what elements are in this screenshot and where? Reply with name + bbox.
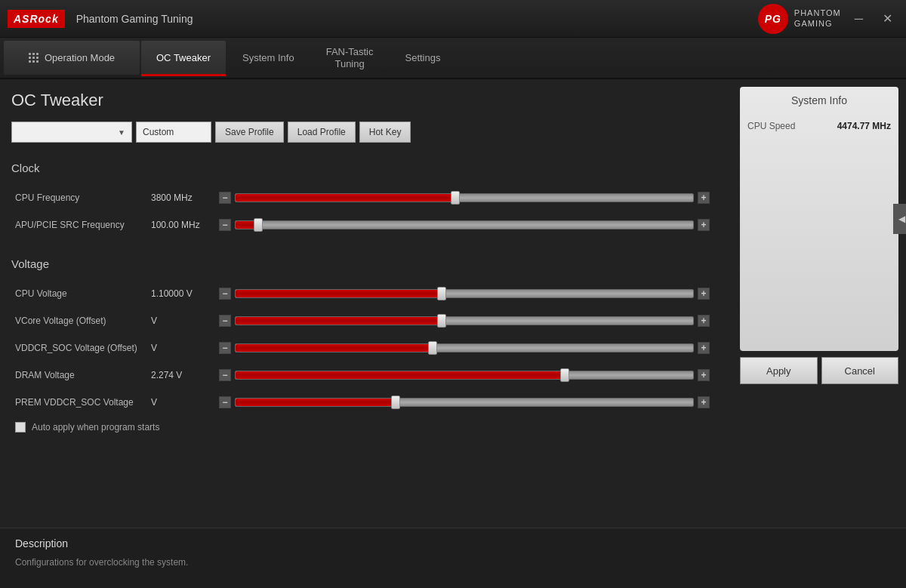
title-bar-left: ASRock Phantom Gaming Tuning bbox=[8, 10, 193, 28]
table-row: CPU Frequency 3800 MHz − + bbox=[11, 184, 713, 211]
table-row: VDDCR_SOC Voltage (Offset) V − + bbox=[11, 334, 713, 362]
table-row: CPU Voltage 1.10000 V − + bbox=[11, 280, 713, 307]
toolbar: ▼ Custom Save Profile Load Profile Hot K… bbox=[11, 122, 729, 143]
tab-settings[interactable]: Settings bbox=[390, 41, 456, 75]
profile-select[interactable]: ▼ bbox=[11, 122, 132, 143]
cpu-voltage-label: CPU Voltage bbox=[15, 288, 151, 299]
sliders-container: Clock CPU Frequency 3800 MHz − + bbox=[11, 154, 729, 528]
apu-frequency-thumb[interactable] bbox=[254, 218, 263, 232]
prem-vddcr-thumb[interactable] bbox=[391, 396, 400, 409]
tab-oc-tweaker[interactable]: OC Tweaker bbox=[141, 41, 226, 75]
custom-profile-name: Custom bbox=[136, 122, 211, 143]
dram-voltage-track[interactable] bbox=[235, 371, 694, 380]
table-row: APU/PCIE SRC Frequency 100.00 MHz − + bbox=[11, 211, 713, 239]
load-profile-button[interactable]: Load Profile bbox=[288, 122, 356, 143]
cpu-speed-value: 4474.77 MHz bbox=[837, 121, 891, 131]
vcore-control: − + bbox=[219, 315, 710, 327]
cancel-button[interactable]: Cancel bbox=[821, 357, 899, 384]
sidebar-item-operation-mode[interactable]: Operation Mode bbox=[4, 41, 140, 75]
clock-section-header: Clock bbox=[11, 162, 713, 178]
vcore-value: V bbox=[151, 316, 219, 326]
voltage-section-header: Voltage bbox=[11, 257, 713, 274]
cpu-frequency-thumb[interactable] bbox=[451, 191, 460, 205]
auto-apply-checkbox[interactable] bbox=[15, 422, 26, 433]
system-info-title: System Info bbox=[747, 94, 891, 106]
cpu-voltage-control: − + bbox=[219, 288, 710, 300]
tab-system-info[interactable]: System Info bbox=[227, 41, 310, 75]
cpu-voltage-track[interactable] bbox=[235, 289, 694, 298]
description-title: Description bbox=[15, 537, 891, 550]
apu-frequency-track[interactable] bbox=[235, 220, 694, 229]
vddcr-soc-thumb[interactable] bbox=[428, 341, 437, 355]
cpu-voltage-minus[interactable]: − bbox=[219, 288, 231, 300]
cpu-frequency-label: CPU Frequency bbox=[15, 192, 151, 203]
tab-fan-tastic[interactable]: FAN-TasticTuning bbox=[311, 41, 389, 75]
cpu-frequency-minus[interactable]: − bbox=[219, 192, 231, 204]
action-buttons: Apply Cancel bbox=[740, 351, 898, 390]
table-row: PREM VDDCR_SOC Voltage V − + bbox=[11, 389, 713, 416]
cpu-frequency-plus[interactable]: + bbox=[698, 192, 710, 204]
table-row: DRAM Voltage 2.274 V − + bbox=[11, 362, 713, 389]
table-row: VCore Voltage (Offset) V − + bbox=[11, 307, 713, 334]
dram-voltage-control: − + bbox=[219, 369, 710, 381]
cpu-voltage-fill bbox=[236, 290, 442, 297]
apu-frequency-control: − + bbox=[219, 219, 710, 231]
settings-label: Settings bbox=[405, 52, 441, 63]
dram-voltage-minus[interactable]: − bbox=[219, 369, 231, 381]
main-content: OC Tweaker ▼ Custom Save Profile Load Pr… bbox=[0, 79, 906, 588]
app-title: Phantom Gaming Tuning bbox=[76, 13, 193, 25]
grid-icon bbox=[29, 53, 39, 63]
prem-vddcr-plus[interactable]: + bbox=[698, 396, 710, 408]
system-info-label: System Info bbox=[242, 52, 294, 63]
nav-bar: Operation Mode OC Tweaker System Info FA… bbox=[0, 38, 906, 79]
dram-voltage-plus[interactable]: + bbox=[698, 369, 710, 381]
vddcr-soc-track[interactable] bbox=[235, 343, 694, 352]
apu-frequency-minus[interactable]: − bbox=[219, 219, 231, 231]
vddcr-soc-label: VDDCR_SOC Voltage (Offset) bbox=[15, 343, 151, 353]
cpu-voltage-plus[interactable]: + bbox=[698, 288, 710, 300]
fan-tastic-label: FAN-TasticTuning bbox=[326, 46, 374, 69]
right-panel: System Info CPU Speed 4474.77 MHz ◀ Appl… bbox=[740, 79, 906, 528]
prem-vddcr-value: V bbox=[151, 397, 219, 408]
vddcr-soc-control: − + bbox=[219, 342, 710, 354]
vcore-thumb[interactable] bbox=[437, 314, 446, 328]
system-info-cpu-speed-row: CPU Speed 4474.77 MHz bbox=[747, 118, 891, 134]
cpu-frequency-fill bbox=[236, 194, 455, 202]
cpu-frequency-track[interactable] bbox=[235, 193, 694, 202]
pg-brand-line1: PHANTOM bbox=[794, 8, 841, 18]
collapse-button[interactable]: ◀ bbox=[893, 204, 906, 234]
vcore-plus[interactable]: + bbox=[698, 315, 710, 327]
dram-voltage-fill bbox=[236, 371, 565, 379]
vcore-label: VCore Voltage (Offset) bbox=[15, 316, 151, 326]
vddcr-soc-fill bbox=[236, 344, 433, 352]
content-area: OC Tweaker ▼ Custom Save Profile Load Pr… bbox=[0, 79, 906, 528]
pg-brand: PHANTOM GAMING bbox=[794, 8, 841, 28]
prem-vddcr-label: PREM VDDCR_SOC Voltage bbox=[15, 397, 151, 408]
dram-voltage-thumb[interactable] bbox=[560, 368, 569, 382]
hot-key-button[interactable]: Hot Key bbox=[359, 122, 411, 143]
apply-button[interactable]: Apply bbox=[740, 357, 818, 384]
sliders-scroll[interactable]: Clock CPU Frequency 3800 MHz − + bbox=[11, 154, 729, 528]
cpu-speed-key: CPU Speed bbox=[747, 121, 795, 131]
cpu-voltage-thumb[interactable] bbox=[437, 287, 446, 300]
vcore-minus[interactable]: − bbox=[219, 315, 231, 327]
save-profile-button[interactable]: Save Profile bbox=[215, 122, 284, 143]
apu-frequency-plus[interactable]: + bbox=[698, 219, 710, 231]
cpu-frequency-control: − + bbox=[219, 192, 710, 204]
vcore-track[interactable] bbox=[235, 316, 694, 325]
prem-vddcr-control: − + bbox=[219, 396, 710, 408]
prem-vddcr-track[interactable] bbox=[235, 398, 694, 407]
minimize-button[interactable]: ─ bbox=[849, 9, 869, 29]
left-panel: OC Tweaker ▼ Custom Save Profile Load Pr… bbox=[0, 79, 740, 528]
description-area: Description Configurations for overclock… bbox=[0, 528, 906, 588]
prem-vddcr-minus[interactable]: − bbox=[219, 396, 231, 408]
vddcr-soc-minus[interactable]: − bbox=[219, 342, 231, 354]
cpu-frequency-value: 3800 MHz bbox=[151, 192, 219, 203]
title-bar-right: Pg PHANTOM GAMING ─ ✕ bbox=[758, 4, 898, 34]
operation-mode-label: Operation Mode bbox=[45, 52, 115, 63]
close-button[interactable]: ✕ bbox=[877, 8, 898, 29]
vcore-fill bbox=[236, 317, 442, 325]
description-text: Configurations for overclocking the syst… bbox=[15, 556, 891, 569]
vddcr-soc-plus[interactable]: + bbox=[698, 342, 710, 354]
page-title: OC Tweaker bbox=[11, 91, 729, 110]
